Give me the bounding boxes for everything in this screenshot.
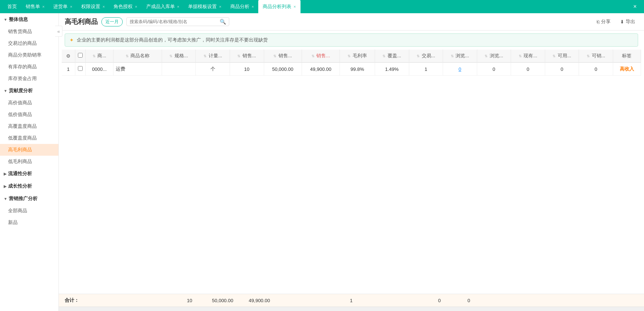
nav-product-analysis[interactable]: 商品分析 × <box>226 0 258 13</box>
select-all-checkbox[interactable] <box>78 53 83 58</box>
col-stock-avail[interactable]: ⇅ 可用... <box>545 50 579 62</box>
footer-trade: 1 <box>337 298 366 303</box>
section-header-growth[interactable]: ▶ 成长性分析 <box>0 180 58 192</box>
footer-values: 10 50,000.00 49,900.00 1 0 0 <box>94 298 638 303</box>
cell-stock-avail: 0 <box>545 62 579 76</box>
sidebar-item-sales-goods[interactable]: 销售货商品 <box>0 26 58 37</box>
sort-icon-sales-cost: ⇅ <box>312 54 314 58</box>
bottom-scrollbar[interactable] <box>59 307 644 311</box>
col-view1[interactable]: ⇅ 浏览... <box>443 50 477 62</box>
close-product-analysis[interactable]: × <box>252 4 254 9</box>
sort-icon-trade: ⇅ <box>417 54 420 58</box>
arrow-marketing: ▼ <box>4 197 7 201</box>
section-header-overall[interactable]: ▼ 整体信息 <box>0 13 58 26</box>
close-permission[interactable]: × <box>102 4 105 9</box>
col-sales-qty[interactable]: ⇅ 销售... <box>230 50 264 62</box>
col-view2[interactable]: ⇅ 浏览... <box>477 50 511 62</box>
filter-month-button[interactable]: 近一月 <box>101 17 123 26</box>
sidebar-collapse-button[interactable]: « <box>55 26 62 37</box>
sidebar-item-stock-capital[interactable]: 库存资金占用 <box>0 73 58 84</box>
cell-coverage: 1.49% <box>375 62 409 76</box>
window-close-button[interactable]: × <box>629 3 641 10</box>
sort-icon-name: ⇅ <box>126 54 129 58</box>
export-button[interactable]: ⬇ 导出 <box>617 17 638 26</box>
settings-icon[interactable]: ⚙ <box>66 53 71 59</box>
top-navigation: 首页 销售单 × 进货单 × 权限设置 × 角色授权 × 产成品入库单 × 单据… <box>0 0 644 13</box>
share-button[interactable]: ⎗ 分享 <box>594 17 614 26</box>
close-template-settings[interactable]: × <box>219 4 221 9</box>
section-header-marketing[interactable]: ▼ 营销推广分析 <box>0 192 58 205</box>
sidebar-item-low-margin[interactable]: 低毛利商品 <box>0 156 58 167</box>
col-trade[interactable]: ⇅ 交易... <box>409 50 443 62</box>
close-purchase-order[interactable]: × <box>70 4 72 9</box>
arrow-liquidity: ▶ <box>4 172 7 176</box>
sidebar-item-traded-goods[interactable]: 交易过的商品 <box>0 37 58 49</box>
nav-product-analysis-list[interactable]: 商品分析列表 × <box>258 0 300 13</box>
sidebar-item-high-margin[interactable]: 高毛利商品 <box>0 144 58 156</box>
search-icon[interactable]: 🔍 <box>220 19 226 25</box>
sort-icon-view2: ⇅ <box>485 54 488 58</box>
close-product-analysis-list[interactable]: × <box>294 4 296 9</box>
cell-gross-rate: 99.8% <box>340 62 375 76</box>
row-checkbox[interactable] <box>78 66 83 71</box>
col-sales-amt[interactable]: ⇅ 销售... <box>264 50 302 62</box>
nav-product-inbound[interactable]: 产成品入库单 × <box>142 0 184 13</box>
sort-icon-code: ⇅ <box>93 54 96 58</box>
cell-view1[interactable]: 0 <box>443 62 477 76</box>
col-coverage[interactable]: ⇅ 覆盖... <box>375 50 409 62</box>
content-area: 高毛利商品 近一月 🔍 ⎗ 分享 ⬇ 导出 ✦ 企业的主要的利润都是这部分商品创… <box>59 13 644 311</box>
search-input[interactable] <box>130 19 220 24</box>
search-input-wrap: 🔍 <box>126 17 229 26</box>
cell-unit: 个 <box>196 62 230 76</box>
sidebar-item-category-rate[interactable]: 商品分类助销率 <box>0 49 58 61</box>
footer-sales-cost: 49,900.00 <box>241 298 278 303</box>
section-header-liquidity[interactable]: ▶ 流通性分析 <box>0 167 58 180</box>
sort-icon-unit: ⇅ <box>204 54 206 58</box>
nav-role-auth[interactable]: 角色授权 × <box>109 0 141 13</box>
col-tag: 标签 <box>613 50 641 62</box>
col-stock-sale[interactable]: ⇅ 可销... <box>579 50 613 62</box>
footer-sales-amt: 50,000.00 <box>204 298 241 303</box>
col-sales-cost[interactable]: ⇅ 销售... <box>302 50 339 62</box>
sidebar-item-all-goods[interactable]: 全部商品 <box>0 205 58 217</box>
sort-icon-sales-qty: ⇅ <box>237 54 240 58</box>
sort-icon-stock-avail: ⇅ <box>553 54 555 58</box>
footer-sales-qty: 10 <box>175 298 204 303</box>
cell-spec <box>162 62 196 76</box>
footer-label: 合计： <box>65 297 79 304</box>
col-checkbox[interactable] <box>75 50 85 62</box>
nav-permission[interactable]: 权限设置 × <box>77 0 109 13</box>
nav-home[interactable]: 首页 <box>3 0 21 13</box>
cell-checkbox[interactable] <box>75 62 85 76</box>
close-product-inbound[interactable]: × <box>177 4 179 9</box>
table-container[interactable]: ⚙ ⇅ 商... ⇅ 商品名称 <box>59 50 644 294</box>
sidebar-item-in-stock[interactable]: 有库存的商品 <box>0 61 58 73</box>
sidebar-item-low-value[interactable]: 低价值商品 <box>0 109 58 120</box>
sidebar-item-low-coverage[interactable]: 低覆盖度商品 <box>0 132 58 144</box>
arrow-overall: ▼ <box>4 18 7 22</box>
cell-name: 运费 <box>114 62 162 76</box>
col-unit[interactable]: ⇅ 计量... <box>196 50 230 62</box>
sidebar-item-new-goods[interactable]: 新品 <box>0 217 58 228</box>
cell-stock-cur: 0 <box>511 62 545 76</box>
cell-view2: 0 <box>477 62 511 76</box>
nav-template-settings[interactable]: 单据模板设置 × <box>184 0 226 13</box>
cell-stock-sale: 0 <box>579 62 613 76</box>
close-role-auth[interactable]: × <box>135 4 137 9</box>
cell-sales-cost: 49,900.00 <box>302 62 339 76</box>
nav-sales-order[interactable]: 销售单 × <box>21 0 49 13</box>
nav-purchase-order[interactable]: 进货单 × <box>49 0 76 13</box>
col-code[interactable]: ⇅ 商... <box>85 50 114 62</box>
section-header-contribution[interactable]: ▼ 贡献度分析 <box>0 84 58 97</box>
cell-tag: 高收入 <box>613 62 641 76</box>
sidebar-item-high-coverage[interactable]: 高覆盖度商品 <box>0 120 58 132</box>
cell-rownum: 1 <box>62 62 75 76</box>
col-stock-cur[interactable]: ⇅ 现有... <box>511 50 545 62</box>
col-spec[interactable]: ⇅ 规格... <box>162 50 196 62</box>
col-name[interactable]: ⇅ 商品名称 <box>114 50 162 62</box>
footer-stock-avail: 0 <box>454 298 483 303</box>
col-gross-rate[interactable]: ⇅ 毛利率 <box>340 50 375 62</box>
sort-icon-view1: ⇅ <box>451 54 454 58</box>
sidebar-item-high-value[interactable]: 高价值商品 <box>0 97 58 109</box>
close-sales-order[interactable]: × <box>42 4 44 9</box>
